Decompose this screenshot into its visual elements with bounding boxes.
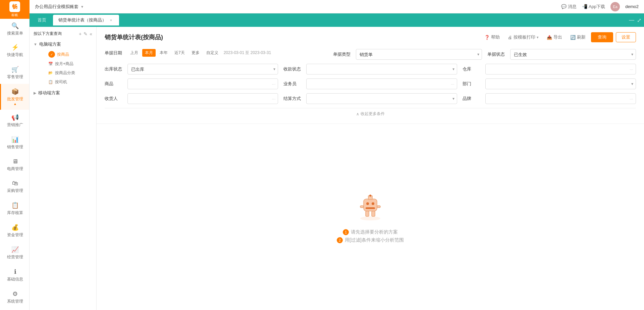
left-panel: 按以下方案查询 + ✎ « ▼ 电脑端方案 ✓ 按商品 📅 按月+ xyxy=(30,27,97,310)
sidebar-item-system[interactable]: ⚙ 系统管理 xyxy=(0,286,29,308)
warehouse-dots[interactable]: ··· xyxy=(630,67,633,72)
salesperson-input[interactable] xyxy=(306,79,457,89)
filter-brand: 品牌 ··· xyxy=(463,93,636,104)
doc-type-select[interactable]: 销货单 xyxy=(356,49,482,60)
sidebar-item-inventory[interactable]: 📋 库存核算 xyxy=(0,198,29,220)
date-tab-this-month[interactable]: 本月 xyxy=(142,49,156,57)
by-category-label: 按商品分类 xyxy=(55,70,75,76)
refresh-label: 刷新 xyxy=(577,34,586,40)
tab-maximize-icon[interactable]: ⤢ xyxy=(637,17,641,23)
filter-product: 商品 ··· xyxy=(105,79,278,89)
tree-item-by-month-product[interactable]: 📅 按月+商品 xyxy=(38,59,96,68)
tree-item-by-product[interactable]: ✓ 按商品 xyxy=(38,49,96,59)
sidebar-quick-nav[interactable]: ⚡ 快捷导航 xyxy=(0,40,29,62)
app-download-action[interactable]: 📲 App下载 xyxy=(582,4,605,10)
driver-icon: 📋 xyxy=(48,80,53,84)
tab-minimize-icon[interactable]: — xyxy=(629,17,634,23)
filter-payment-status: 收款状态 xyxy=(283,64,457,74)
by-driver-label: 按司机 xyxy=(55,79,67,85)
refresh-icon: 🔄 xyxy=(570,35,576,40)
product-dots[interactable]: ··· xyxy=(272,82,275,87)
filter-warehouse: 仓库 ··· xyxy=(463,64,636,74)
user-avatar-text: Ea xyxy=(613,5,618,9)
settlement-select[interactable] xyxy=(306,93,457,104)
edit-scheme-icon[interactable]: ✎ xyxy=(84,31,88,37)
payment-status-label: 收款状态 xyxy=(283,66,304,72)
filter-row-1: 单据日期 上月 本月 本年 近7天 更多 自定义 2023-03-01 至 20… xyxy=(105,49,636,60)
sidebar-item-marketing[interactable]: 📢 营销推广 xyxy=(0,110,29,132)
left-panel-title: 按以下方案查询 xyxy=(34,31,62,37)
warehouse-input[interactable] xyxy=(485,64,636,74)
tree-pc-section[interactable]: ▼ 电脑端方案 xyxy=(30,39,96,49)
tree-expand-icon: ▼ xyxy=(34,42,37,46)
tree-mobile-expand-icon: ▶ xyxy=(34,91,36,95)
department-select[interactable] xyxy=(485,79,636,89)
add-scheme-icon[interactable]: + xyxy=(79,31,82,37)
date-tab-this-year[interactable]: 本年 xyxy=(157,49,170,57)
sidebar-item-wholesale[interactable]: 📦 批发管理 ▲ xyxy=(0,84,29,110)
print-arrow[interactable]: ▾ xyxy=(537,35,539,40)
doc-status-select[interactable]: 已生效 xyxy=(510,49,636,60)
sidebar-item-operation[interactable]: 📈 经营管理 xyxy=(0,242,29,264)
recipient-input[interactable] xyxy=(127,93,278,104)
user-name[interactable]: demo2 xyxy=(625,4,639,9)
export-button[interactable]: 📤 导出 xyxy=(544,33,565,42)
svg-point-0 xyxy=(360,216,380,220)
message-action[interactable]: 💬 消息 xyxy=(561,4,577,10)
salesperson-dots[interactable]: ··· xyxy=(451,82,454,87)
settings-button[interactable]: 设置 xyxy=(616,32,636,42)
date-tabs: 上月 本月 本年 近7天 更多 自定义 xyxy=(127,49,221,57)
tree-item-by-category[interactable]: 📂 按商品分类 xyxy=(38,68,96,78)
tree-mobile-label: 移动端方案 xyxy=(38,90,60,96)
date-tab-more[interactable]: 更多 xyxy=(189,49,202,57)
date-tab-last-7days[interactable]: 近7天 xyxy=(172,49,187,57)
topbar-title: 办公用品行业模拟账套 xyxy=(35,4,78,10)
wholesale-icon: 📦 xyxy=(11,88,19,95)
warehouse-label: 仓库 xyxy=(463,66,483,72)
sidebar-item-basic[interactable]: ℹ 基础信息 xyxy=(0,264,29,286)
tree-mobile-section[interactable]: ▶ 移动端方案 xyxy=(30,88,96,98)
date-tab-custom[interactable]: 自定义 xyxy=(204,49,221,57)
basic-label: 基础信息 xyxy=(7,276,23,282)
filter-row-2: 出库状态 已出库 收款状态 xyxy=(105,64,636,74)
sidebar-item-sales[interactable]: 📊 销售管理 xyxy=(0,132,29,154)
svg-rect-9 xyxy=(366,211,369,216)
sidebar-item-enterprise[interactable]: 🤝 企业协同 xyxy=(0,308,29,310)
date-tab-last-month[interactable]: 上月 xyxy=(127,49,141,57)
sidebar-item-purchase[interactable]: 🛍 采购管理 xyxy=(0,176,29,198)
filter-row-4: 收货人 ··· 结算方式 xyxy=(105,93,636,104)
collapse-panel-icon[interactable]: « xyxy=(90,31,92,37)
help-button[interactable]: ❓ 帮助 xyxy=(482,33,502,42)
main-area: 办公用品行业模拟账套 ▾ 💬 消息 📲 App下载 Ea demo2 首页 销货… xyxy=(30,0,644,310)
collapse-button[interactable]: ∧ 收起更多条件 xyxy=(105,108,636,119)
print-button[interactable]: 🖨 按模板打印 ▾ xyxy=(505,33,541,42)
svg-point-6 xyxy=(369,195,371,197)
retail-label: 零售管理 xyxy=(7,74,23,80)
topbar-dropdown-arrow[interactable]: ▾ xyxy=(81,4,83,9)
warehouse-status-select[interactable]: 已出库 xyxy=(127,64,278,74)
brand-input[interactable] xyxy=(485,93,636,104)
product-input[interactable] xyxy=(127,79,278,89)
sidebar-search[interactable]: 🔍 搜索菜单 xyxy=(0,19,29,40)
doc-type-label: 单据类型 xyxy=(333,51,353,57)
active-scheme-icon: ✓ xyxy=(48,51,55,58)
quick-nav-label: 快捷导航 xyxy=(7,52,23,58)
refresh-button[interactable]: 🔄 刷新 xyxy=(568,33,588,42)
tab-home[interactable]: 首页 xyxy=(32,15,52,25)
topbar: 办公用品行业模拟账套 ▾ 💬 消息 📲 App下载 Ea demo2 xyxy=(30,0,644,13)
query-button[interactable]: 查询 xyxy=(591,32,613,42)
sidebar-item-retail[interactable]: 🛒 零售管理 xyxy=(0,62,29,84)
brand-dots[interactable]: ··· xyxy=(630,96,633,101)
tree-item-by-driver[interactable]: 📋 按司机 xyxy=(38,78,96,87)
tab-sales-stats[interactable]: 销货单统计表（按商品） × xyxy=(53,15,119,25)
date-label: 单据日期 xyxy=(105,50,125,56)
app-download-label: App下载 xyxy=(589,4,605,10)
tab-close-icon[interactable]: × xyxy=(108,17,114,23)
payment-status-select[interactable] xyxy=(306,64,457,74)
sidebar-item-finance[interactable]: 💰 资金管理 xyxy=(0,220,29,242)
quick-nav-icon: ⚡ xyxy=(11,44,19,51)
recipient-dots[interactable]: ··· xyxy=(272,96,275,101)
app-logo[interactable]: 畅 标账 xyxy=(0,0,30,19)
sidebar-item-ecommerce[interactable]: 🖥 电商管理 xyxy=(0,154,29,176)
user-avatar[interactable]: Ea xyxy=(610,2,620,11)
